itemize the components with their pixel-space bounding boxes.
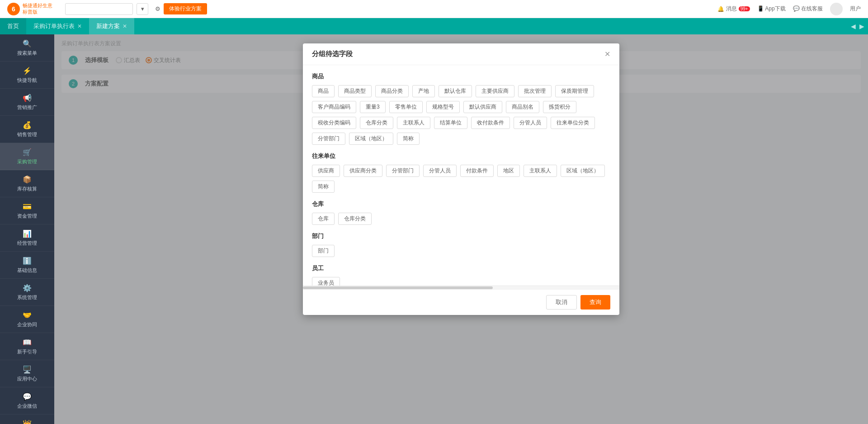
sidebar-item-4[interactable]: 🛒采购管理 (0, 143, 54, 170)
modal-overlay: 分组待选字段 ✕ 商品商品商品类型商品分类产地默认仓库主要供应商批次管理保质期管… (54, 34, 868, 424)
sidebar-item-11[interactable]: 📖新手引导 (0, 333, 54, 360)
top-header: 6 畅捷通好生意 标普版 ▾ ⚙ 体验行业方案 🔔 消息 99+ 📱 App下载… (0, 0, 868, 18)
sidebar-item-1[interactable]: ⚡快捷导航 (0, 62, 54, 89)
tab-new-plan[interactable]: 新建方案 ✕ (89, 18, 134, 34)
field-tag-0-6[interactable]: 批次管理 (518, 85, 552, 97)
sidebar-item-13[interactable]: 💬企业微信 (0, 387, 54, 414)
field-tag-0-19[interactable]: 收付款条件 (471, 117, 510, 129)
sidebar-label-5: 库存核算 (17, 186, 37, 192)
field-tag-1-2[interactable]: 分管部门 (386, 165, 420, 177)
main-layout: 🔍搜索菜单⚡快捷导航📢营销推广💰销售管理🛒采购管理📦库存核算💳资金管理📊经营管理… (0, 34, 868, 424)
field-tag-1-1[interactable]: 供应商分类 (344, 165, 382, 177)
modal-hscroll-thumb[interactable] (303, 286, 493, 289)
section-title-4: 员工 (312, 264, 610, 272)
notification-count: 99+ (739, 6, 750, 11)
user-name[interactable]: 用户 (850, 5, 861, 13)
tab-close-new-plan[interactable]: ✕ (123, 23, 127, 29)
field-tag-0-1[interactable]: 商品类型 (338, 85, 372, 97)
field-tag-1-7[interactable]: 区域（地区） (561, 165, 605, 177)
modal-header: 分组待选字段 ✕ (303, 43, 619, 65)
sidebar-item-7[interactable]: 📊经营管理 (0, 224, 54, 252)
tab-close-purchase[interactable]: ✕ (77, 23, 82, 29)
logo-icon: 6 (7, 3, 20, 15)
sidebar-icon-9: ⚙️ (23, 283, 32, 292)
field-tag-0-14[interactable]: 拣货积分 (543, 101, 576, 113)
field-tag-0-15[interactable]: 税收分类编码 (312, 117, 356, 129)
tab-purchase-order[interactable]: 采购订单执行表 ✕ (26, 18, 89, 34)
field-tag-0-17[interactable]: 主联系人 (397, 117, 430, 129)
field-tag-0-23[interactable]: 区域（地区） (349, 133, 393, 145)
field-tag-2-1[interactable]: 仓库分类 (338, 213, 372, 225)
experience-button[interactable]: 体验行业方案 (164, 3, 207, 14)
field-tag-0-16[interactable]: 仓库分类 (360, 117, 393, 129)
sidebar-label-2: 营销推广 (17, 104, 37, 111)
field-tag-0-9[interactable]: 重量3 (360, 101, 386, 113)
sidebar-item-14[interactable]: 👑畅会员 (0, 414, 54, 424)
field-tag-0-12[interactable]: 默认供应商 (463, 101, 502, 113)
notification-label: 消息 (726, 5, 737, 13)
field-tag-0-3[interactable]: 产地 (412, 85, 435, 97)
field-tag-1-5[interactable]: 地区 (497, 165, 520, 177)
field-tag-1-0[interactable]: 供应商 (312, 165, 340, 177)
field-tag-1-6[interactable]: 主联系人 (524, 165, 557, 177)
search-input[interactable] (65, 3, 133, 15)
nav-tabs: 首页 采购订单执行表 ✕ 新建方案 ✕ ◀ ▶ (0, 18, 868, 34)
field-tag-1-8[interactable]: 简称 (312, 181, 335, 193)
field-tag-0-11[interactable]: 规格型号 (426, 101, 460, 113)
modal-horizontal-scrollbar[interactable] (303, 286, 619, 289)
section-title-0: 商品 (312, 72, 610, 81)
tab-left-scroll[interactable]: ◀ (851, 23, 856, 30)
sidebar-item-12[interactable]: 🖥️应用中心 (0, 360, 54, 387)
modal-body[interactable]: 商品商品商品类型商品分类产地默认仓库主要供应商批次管理保质期管理客户商品编码重量… (303, 65, 619, 286)
field-tag-0-10[interactable]: 零售单位 (389, 101, 423, 113)
field-tag-0-22[interactable]: 分管部门 (312, 133, 345, 145)
sidebar-label-12: 应用中心 (17, 376, 37, 382)
sidebar-label-3: 销售管理 (17, 131, 37, 138)
sidebar-item-10[interactable]: 🤝企业协同 (0, 306, 54, 333)
field-tags-1: 供应商供应商分类分管部门分管人员付款条件地区主联系人区域（地区）简称 (312, 165, 610, 193)
notification-area[interactable]: 🔔 消息 99+ (717, 5, 750, 13)
confirm-button[interactable]: 查询 (580, 295, 610, 310)
header-right: 🔔 消息 99+ 📱 App下载 💬 在线客服 用户 (717, 3, 861, 15)
user-avatar[interactable] (830, 3, 843, 15)
field-tag-0-13[interactable]: 商品别名 (506, 101, 539, 113)
field-tag-0-0[interactable]: 商品 (312, 85, 335, 97)
sidebar-item-9[interactable]: ⚙️系统管理 (0, 279, 54, 306)
field-tag-0-18[interactable]: 结算单位 (434, 117, 467, 129)
sidebar-label-6: 资金管理 (17, 213, 37, 219)
field-tag-1-3[interactable]: 分管人员 (423, 165, 457, 177)
sidebar-item-8[interactable]: ℹ️基础信息 (0, 252, 54, 279)
sidebar-item-6[interactable]: 💳资金管理 (0, 197, 54, 224)
field-tag-2-0[interactable]: 仓库 (312, 213, 335, 225)
field-tag-1-4[interactable]: 付款条件 (460, 165, 494, 177)
tab-home[interactable]: 首页 (0, 18, 26, 34)
settings-icon[interactable]: ⚙ (152, 3, 164, 15)
online-service-link[interactable]: 💬 在线客服 (793, 5, 823, 13)
field-tag-0-4[interactable]: 默认仓库 (439, 85, 472, 97)
sidebar-item-0[interactable]: 🔍搜索菜单 (0, 34, 54, 62)
sidebar-item-3[interactable]: 💰销售管理 (0, 116, 54, 143)
tab-right-scroll[interactable]: ▶ (859, 23, 864, 30)
field-tag-0-20[interactable]: 分管人员 (514, 117, 547, 129)
field-tag-0-2[interactable]: 商品分类 (375, 85, 409, 97)
app-download-link[interactable]: 📱 App下载 (757, 5, 786, 13)
field-tag-0-24[interactable]: 简称 (397, 133, 420, 145)
sidebar-icon-7: 📊 (23, 229, 32, 238)
cancel-button[interactable]: 取消 (546, 295, 577, 310)
sidebar-item-2[interactable]: 📢营销推广 (0, 89, 54, 116)
sidebar-label-9: 系统管理 (17, 294, 37, 301)
field-tags-3: 部门 (312, 245, 610, 257)
field-tag-0-21[interactable]: 往来单位分类 (551, 117, 595, 129)
sidebar-item-5[interactable]: 📦库存核算 (0, 170, 54, 197)
field-section-往来单位: 往来单位供应商供应商分类分管部门分管人员付款条件地区主联系人区域（地区）简称 (312, 152, 610, 193)
field-tag-0-7[interactable]: 保质期管理 (555, 85, 594, 97)
modal-close-btn[interactable]: ✕ (604, 50, 610, 58)
field-tags-2: 仓库仓库分类 (312, 213, 610, 225)
field-tag-3-0[interactable]: 部门 (312, 245, 335, 257)
sidebar-icon-1: ⚡ (23, 66, 32, 75)
dropdown-btn[interactable]: ▾ (137, 3, 148, 15)
field-tag-4-0[interactable]: 业务员 (312, 277, 340, 286)
field-tag-0-8[interactable]: 客户商品编码 (312, 101, 356, 113)
field-tag-0-5[interactable]: 主要供应商 (476, 85, 514, 97)
logo-area: 6 畅捷通好生意 标普版 (7, 3, 61, 15)
